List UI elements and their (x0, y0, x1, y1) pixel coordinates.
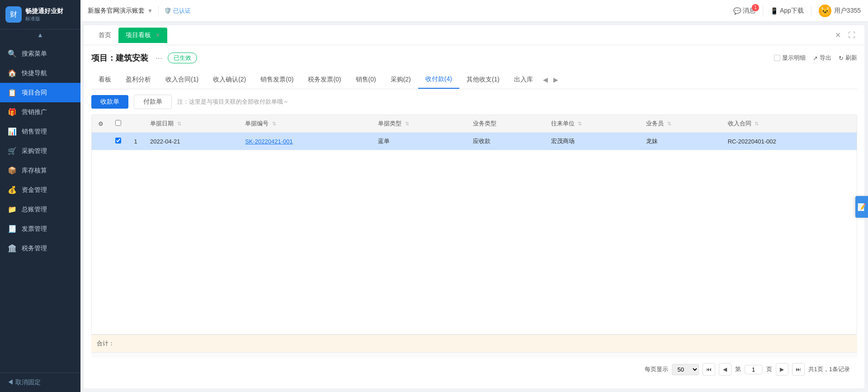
select-all-checkbox[interactable] (115, 120, 121, 126)
maximize-window-button[interactable]: ⛶ (846, 29, 857, 41)
total-pages-info: 共1页，1条记录 (808, 365, 850, 373)
sort-icon[interactable]: ⇅ (667, 121, 671, 126)
sort-icon[interactable]: ⇅ (578, 121, 582, 126)
td-salesman: 龙妹 (641, 133, 722, 150)
th-partner: 往来单位 ⇅ (546, 115, 641, 133)
gear-icon[interactable]: ⚙ (98, 120, 104, 127)
refresh-button[interactable]: ↻ 刷新 (839, 54, 857, 62)
sort-icon[interactable]: ⇅ (177, 121, 181, 126)
sub-tab-board[interactable]: 看板 (91, 71, 118, 88)
tab-close-icon[interactable]: ✕ (156, 32, 160, 38)
per-page-select[interactable]: 50 20 100 (672, 364, 699, 375)
page-number-input[interactable] (745, 365, 763, 374)
per-page-label: 每页显示 (645, 365, 668, 373)
export-button[interactable]: ↗ 导出 (813, 54, 831, 62)
next-page-button[interactable]: ▶ (776, 363, 788, 376)
project-selector[interactable]: 新服务官网演示账套 ▼ (88, 7, 153, 15)
sub-tab-income-contract[interactable]: 收入合同(1) (158, 71, 206, 88)
payment-button[interactable]: 付款单 (134, 95, 172, 109)
page-label: 第 (735, 365, 741, 373)
sidebar-item-sales[interactable]: 📊 销售管理 (0, 122, 80, 141)
sub-tab-collection[interactable]: 收付款(4) (418, 71, 459, 89)
sub-tab-inout[interactable]: 出入库 (507, 71, 540, 88)
main-area: 新服务官网演示账套 ▼ 🛡️ 已认证 💬 消息 1 📱 App下载 🐱 用户33… (80, 0, 868, 392)
sidebar-item-search[interactable]: 🔍 搜索菜单 (0, 44, 80, 63)
user-menu[interactable]: 🐱 用户3355 (819, 5, 861, 17)
sub-tab-income-confirm[interactable]: 收入确认(2) (206, 71, 253, 88)
sidebar-item-purchase[interactable]: 🛒 采购管理 (0, 141, 80, 161)
sidebar-item-tax[interactable]: 🏛️ 税务管理 (0, 239, 80, 258)
sidebar-item-marketing[interactable]: 🎁 营销推广 (0, 102, 80, 122)
sub-tab-profit[interactable]: 盈利分析 (118, 71, 158, 88)
td-gear (92, 133, 110, 150)
sub-tab-sales-invoice[interactable]: 销售发票(0) (253, 71, 301, 88)
th-checkbox (110, 115, 127, 133)
message-button[interactable]: 💬 消息 1 (733, 7, 755, 15)
shield-icon: 🛡️ (164, 7, 171, 14)
sort-icon[interactable]: ⇅ (755, 121, 759, 126)
unpin-label: ◀ 取消固定 (7, 378, 41, 387)
td-date: 2022-04-21 (145, 133, 240, 150)
table-footer: 合计： (91, 335, 857, 352)
sort-icon[interactable]: ⇅ (405, 121, 409, 126)
td-partner: 宏茂商场 (546, 133, 641, 150)
tab-home[interactable]: 首页 (91, 26, 118, 45)
sidebar-nav: 🔍 搜索菜单 🏠 快捷导航 📋 项目合同 🎁 营销推广 📊 销售管理 🛒 采购管… (0, 40, 80, 373)
sidebar-item-project-contract[interactable]: 📋 项目合同 (0, 83, 80, 102)
show-detail-button[interactable]: 显示明细 (774, 54, 806, 62)
table-scrollbar[interactable] (91, 352, 857, 358)
sidebar-scroll-up[interactable]: ▲ (0, 29, 80, 40)
close-window-button[interactable]: ✕ (833, 29, 843, 41)
topbar-divider-3 (811, 5, 811, 16)
sidebar-item-label: 总账管理 (22, 206, 47, 214)
sub-tab-purchase[interactable]: 采购(2) (383, 71, 418, 88)
sidebar-item-label: 销售管理 (22, 128, 47, 136)
th-biz-type: 业务类型 (467, 115, 545, 133)
td-checkbox (110, 133, 127, 150)
sidebar-item-invoice[interactable]: 🧾 发票管理 (0, 219, 80, 239)
detail-checkbox[interactable] (774, 55, 780, 61)
sub-tabs: 看板 盈利分析 收入合同(1) 收入确认(2) 销售发票(0) 税务发票(0) … (91, 71, 857, 89)
sidebar-item-label: 搜索菜单 (22, 50, 47, 58)
mobile-icon: 📱 (770, 7, 778, 14)
record-link[interactable]: SK-20220421-001 (245, 138, 293, 145)
topbar-divider-2 (763, 5, 763, 16)
content-area: 首页 项目看板 ✕ ✕ ⛶ 项目：建筑安装 ··· 已生效 (84, 25, 864, 388)
td-biz-type: 应收款 (467, 133, 545, 150)
page-content: 项目：建筑安装 ··· 已生效 显示明细 ↗ 导出 ↻ 刷新 (84, 45, 864, 388)
topbar-right: 💬 消息 1 📱 App下载 🐱 用户3355 (733, 5, 861, 17)
sidebar-item-inventory[interactable]: 📦 库存核算 (0, 161, 80, 180)
sub-tab-tax-invoice[interactable]: 税务发票(0) (301, 71, 348, 88)
more-options-icon[interactable]: ··· (156, 53, 162, 63)
last-page-button[interactable]: ⏭ (792, 363, 805, 376)
row-checkbox[interactable] (115, 138, 121, 143)
bank-icon: 🏛️ (7, 244, 17, 253)
sort-icon[interactable]: ⇅ (272, 121, 276, 126)
pagination: 每页显示 50 20 100 ⏮ ◀ 第 页 ▶ ⏭ 共1页，1条记录 (91, 358, 857, 381)
sidebar-unpin[interactable]: ◀ 取消固定 (0, 373, 80, 392)
sub-tab-other-income[interactable]: 其他收支(1) (459, 71, 507, 88)
sidebar-item-quick-nav[interactable]: 🏠 快捷导航 (0, 63, 80, 83)
sidebar-item-ledger[interactable]: 📁 总账管理 (0, 200, 80, 219)
th-gear: ⚙ (92, 115, 110, 133)
message-icon: 💬 (733, 7, 741, 14)
sidebar-item-label: 税务管理 (22, 244, 47, 253)
sidebar-item-label: 库存核算 (22, 167, 47, 175)
td-code: SK-20220421-001 (240, 133, 373, 150)
prev-page-button[interactable]: ◀ (719, 363, 731, 376)
topbar-divider-1 (158, 5, 159, 16)
sub-tab-next-icon[interactable]: ▶ (551, 72, 561, 87)
right-float-button[interactable]: 📝 (855, 196, 868, 218)
app-download-button[interactable]: 📱 App下载 (770, 7, 804, 15)
th-income-contract: 收入合同 ⇅ (722, 115, 857, 133)
sidebar-item-capital[interactable]: 💰 资金管理 (0, 180, 80, 200)
avatar: 🐱 (819, 5, 831, 17)
project-status-badge: 已生效 (168, 53, 197, 63)
first-page-button[interactable]: ⏮ (703, 363, 715, 376)
tab-project-board[interactable]: 项目看板 ✕ (118, 28, 167, 43)
sidebar: 财 畅捷通好业财 标准版 ▲ 🔍 搜索菜单 🏠 快捷导航 📋 项目合同 🎁 营销… (0, 0, 80, 392)
user-label: 用户3355 (834, 7, 861, 15)
sub-tab-prev-icon[interactable]: ◀ (540, 72, 551, 87)
receipt-button[interactable]: 收款单 (91, 95, 128, 109)
sub-tab-sales[interactable]: 销售(0) (349, 71, 383, 88)
